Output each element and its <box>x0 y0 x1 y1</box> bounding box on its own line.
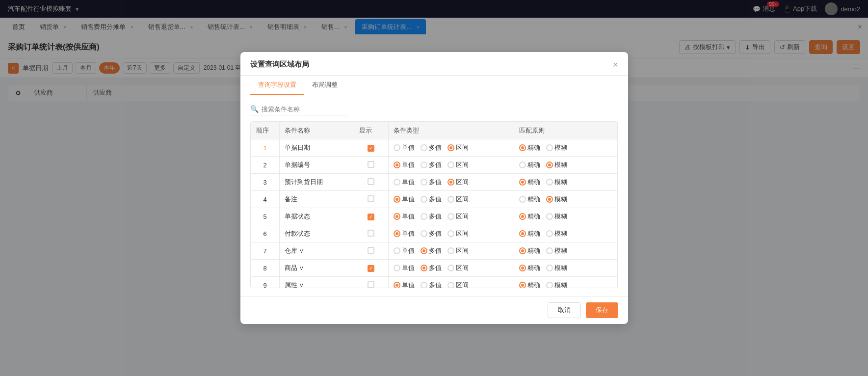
modal-header: 设置查询区域布局 × <box>240 52 628 76</box>
search-icon: 🔍 <box>250 105 259 107</box>
modal-close-btn[interactable]: × <box>613 60 618 69</box>
modal-tab-layout-adjust[interactable]: 布局调整 <box>304 76 345 95</box>
modal-overlay: 设置查询区域布局 × 查询字段设置 布局调整 🔍 <box>0 0 868 107</box>
modal-title: 设置查询区域布局 <box>250 60 309 69</box>
search-input[interactable] <box>262 106 340 107</box>
modal-body: 🔍 顺序 条件名称 显示 条件类型 匹配原则 <box>240 95 628 107</box>
search-box: 🔍 <box>250 103 348 107</box>
modal-tabs: 查询字段设置 布局调整 <box>240 76 628 95</box>
modal-tab-query-fields[interactable]: 查询字段设置 <box>250 76 304 95</box>
modal-dialog: 设置查询区域布局 × 查询字段设置 布局调整 🔍 <box>240 52 628 107</box>
